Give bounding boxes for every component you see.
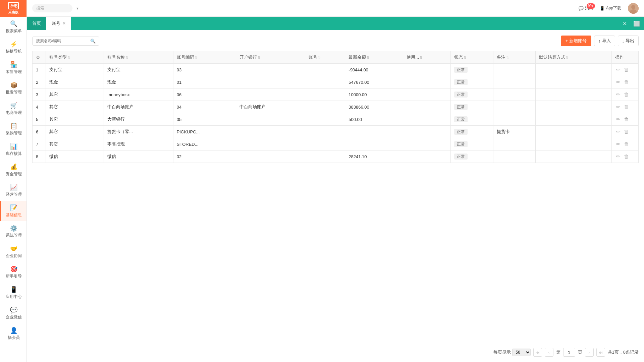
edit-icon[interactable]: ✏ (616, 79, 621, 85)
th-latest-balance[interactable]: 最新余额⇅ (345, 51, 403, 64)
toolbar: 🔍 + 新增账号 ↑ 导入 ↓ 导出 (32, 36, 639, 46)
sidebar-item-enterprise-agreement[interactable]: 🤝 企业协同 (0, 242, 26, 262)
delete-icon[interactable]: 🗑 (624, 79, 629, 85)
first-page-button[interactable]: ⏮ (533, 348, 542, 357)
page-input[interactable] (563, 348, 575, 357)
tab-home[interactable]: 首页 (27, 17, 46, 30)
prev-page-button[interactable]: ‹ (545, 348, 553, 357)
edit-icon[interactable]: ✏ (616, 116, 621, 122)
edit-icon[interactable]: ✏ (616, 67, 621, 72)
cell-account-number (305, 138, 345, 150)
status-badge: 正常 (454, 79, 468, 85)
settings-icon[interactable]: ⚙ (36, 55, 40, 60)
delete-icon[interactable]: 🗑 (624, 116, 629, 122)
wholesale-icon: 📦 (10, 81, 17, 89)
sidebar-item-operations-mgmt[interactable]: 📈 经营管理 (0, 180, 26, 201)
edit-icon[interactable]: ✏ (616, 154, 621, 159)
sidebar-item-purchase-mgmt[interactable]: 📋 采购管理 (0, 119, 26, 139)
search-icon[interactable]: 🔍 (90, 39, 96, 44)
cell-account-type: 其它 (46, 126, 104, 138)
sidebar-item-newcomer-guide[interactable]: 🎯 新手引导 (0, 262, 26, 283)
add-account-button[interactable]: + 新增账号 (561, 36, 591, 46)
sort-icon: ⇅ (67, 56, 70, 59)
chevron-down-icon[interactable]: ▾ (76, 6, 78, 11)
sidebar-item-search-menu[interactable]: 🔍 搜索菜单 (0, 17, 26, 37)
th-account-name[interactable]: 账号名称⇅ (104, 51, 173, 64)
cell-remark (493, 101, 535, 113)
sidebar-item-ecommerce-mgmt[interactable]: 🛒 电商管理 (0, 99, 26, 119)
quick-nav-icon: ⚡ (10, 41, 17, 48)
cell-account-type: 现金 (46, 76, 104, 88)
next-page-button[interactable]: › (585, 348, 594, 357)
message-button[interactable]: 💬 消息 99+ (579, 5, 593, 11)
cell-usage (403, 150, 451, 163)
delete-icon[interactable]: 🗑 (624, 129, 629, 134)
th-status[interactable]: 状态⇅ (451, 51, 493, 64)
cell-bank (236, 150, 305, 163)
th-account-type[interactable]: 账号类型⇅ (46, 51, 104, 64)
cell-account-code: 01 (173, 76, 236, 88)
cell-account-name: 支付宝 (104, 64, 173, 76)
cell-latest-balance: 500.00 (345, 113, 403, 126)
cell-account-type: 其它 (46, 138, 104, 150)
th-account-number[interactable]: 账号⇅ (305, 51, 345, 64)
table-header-row: ⚙ 账号类型⇅ 账号名称⇅ 账号编码⇅ 开户银行⇅ 账号⇅ (33, 51, 639, 64)
last-page-button[interactable]: ⏭ (596, 348, 605, 357)
cell-account-number (305, 88, 345, 101)
page-size-dropdown[interactable]: 50 100 200 (512, 349, 531, 356)
page-size-select[interactable]: 每页显示 50 100 200 (493, 349, 531, 356)
search-input-wrap[interactable]: 🔍 (32, 37, 99, 46)
tab-close-icon[interactable]: ✕ (62, 21, 66, 26)
delete-icon[interactable]: 🗑 (624, 141, 629, 147)
cell-account-number (305, 64, 345, 76)
th-remark[interactable]: 备注⇅ (493, 51, 535, 64)
cell-status: 正常 (451, 88, 493, 101)
sidebar-item-basic-info[interactable]: 📝 基础信息 (0, 201, 26, 221)
toolbar-right: + 新增账号 ↑ 导入 ↓ 导出 (561, 36, 639, 46)
cell-default-settlement (535, 76, 611, 88)
cell-latest-balance: 547670.00 (345, 76, 403, 88)
top-search[interactable]: 搜索 (32, 4, 72, 12)
tab-maximize-button[interactable]: ⬜ (632, 19, 641, 28)
sidebar-item-retail-mgmt[interactable]: 🏪 零售管理 (0, 58, 26, 78)
delete-icon[interactable]: 🗑 (624, 92, 629, 97)
th-bank[interactable]: 开户银行⇅ (236, 51, 305, 64)
edit-icon[interactable]: ✏ (616, 104, 621, 110)
import-button[interactable]: ↑ 导入 (594, 36, 615, 46)
sidebar-item-quick-nav[interactable]: ⚡ 快捷导航 (0, 37, 26, 58)
th-usage[interactable]: 使用...⇅ (403, 51, 451, 64)
edit-icon[interactable]: ✏ (616, 141, 621, 147)
app-download-button[interactable]: 📱 App下载 (600, 5, 621, 11)
sidebar-item-wholesale-mgmt[interactable]: 📦 批发管理 (0, 78, 26, 99)
th-gear[interactable]: ⚙ (33, 51, 46, 64)
pagination: 每页显示 50 100 200 ⏮ ‹ 第 页 › ⏭ 共1页，8条记录 (32, 344, 639, 357)
edit-icon[interactable]: ✏ (616, 92, 621, 97)
export-button[interactable]: ↓ 导出 (618, 36, 639, 46)
edit-icon[interactable]: ✏ (616, 129, 621, 134)
sidebar-item-enterprise-wechat[interactable]: 💬 企业微信 (0, 303, 26, 323)
member-icon: 👤 (10, 327, 17, 334)
tab-close-all-button[interactable]: ✕ (620, 19, 629, 28)
status-badge: 正常 (454, 116, 468, 122)
cell-account-number (305, 126, 345, 138)
search-input[interactable] (36, 39, 90, 43)
sidebar-item-inventory[interactable]: 📊 库存核算 (0, 139, 26, 160)
th-default-settlement[interactable]: 默认结算方式⇅ (535, 51, 611, 64)
sidebar-item-system-mgmt[interactable]: ⚙️ 系统管理 (0, 221, 26, 242)
cell-status: 正常 (451, 64, 493, 76)
sidebar-item-member[interactable]: 👤 畅会员 (0, 323, 26, 344)
cell-usage (403, 76, 451, 88)
sidebar-item-app-center[interactable]: 📱 应用中心 (0, 283, 26, 303)
tab-accounts[interactable]: 账号 ✕ (46, 17, 71, 30)
cell-account-name: 中百商场账户 (104, 101, 173, 113)
cell-status: 正常 (451, 126, 493, 138)
avatar[interactable] (628, 3, 639, 14)
cell-account-code: 02 (173, 150, 236, 163)
delete-icon[interactable]: 🗑 (624, 67, 629, 72)
sidebar-item-label: 电商管理 (6, 110, 22, 116)
table-body: 1 支付宝 支付宝 03 -90444.00 正常 ✏ 🗑 2 现金 现金 01… (33, 64, 639, 163)
delete-icon[interactable]: 🗑 (624, 104, 629, 110)
delete-icon[interactable]: 🗑 (624, 154, 629, 159)
th-account-code[interactable]: 账号编码⇅ (173, 51, 236, 64)
sidebar-item-capital-mgmt[interactable]: 💰 资金管理 (0, 160, 26, 180)
